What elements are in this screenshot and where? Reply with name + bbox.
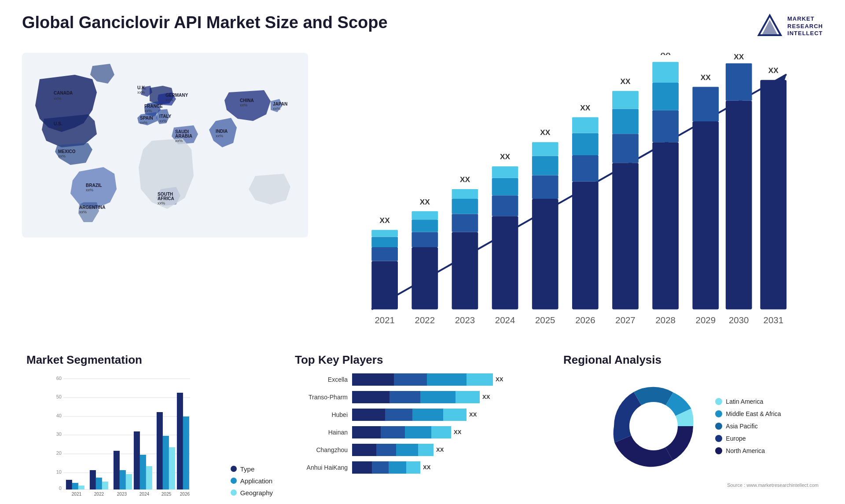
svg-rect-117 (102, 482, 108, 489)
player-row-changzhou: Changzhou XX (295, 444, 541, 456)
svg-text:2023: 2023 (117, 492, 127, 497)
svg-rect-58 (532, 199, 558, 309)
player-bars: Excella XX Transo-Pharm (295, 373, 541, 474)
regional-legend: Latin America Middle East & Africa Asia … (715, 398, 781, 454)
player-bar-hubei: XX (352, 409, 541, 421)
svg-rect-68 (612, 163, 639, 309)
players-section: Top Key Players Excella XX (290, 349, 546, 501)
svg-rect-46 (411, 211, 438, 219)
svg-text:U.K.: U.K. (137, 85, 146, 90)
svg-rect-125 (146, 466, 152, 489)
europe-label: Europe (726, 435, 746, 442)
svg-text:xx%: xx% (86, 188, 93, 192)
svg-rect-40 (371, 237, 398, 247)
donut-chart-svg (601, 373, 706, 479)
svg-text:2022: 2022 (415, 315, 435, 325)
svg-text:xx%: xx% (140, 121, 147, 125)
world-map-svg: CANADA xx% U.S. xx% MEXICO xx% BRAZIL xx… (22, 48, 308, 242)
svg-text:2025: 2025 (162, 492, 172, 497)
legend-europe: Europe (715, 435, 781, 442)
svg-text:INDIA: INDIA (216, 129, 228, 134)
svg-rect-71 (612, 91, 639, 109)
player-row-anhui: Anhui HaiKang XX (295, 461, 541, 474)
player-row-excella: Excella XX (295, 373, 541, 386)
geo-dot (231, 489, 237, 496)
app-label: Application (240, 477, 272, 485)
svg-text:2022: 2022 (94, 492, 104, 497)
player-bar-changzhou: XX (352, 444, 541, 456)
page-title: Global Ganciclovir API Market Size and S… (22, 13, 388, 32)
svg-rect-111 (66, 480, 72, 489)
svg-text:XX: XX (420, 197, 430, 206)
svg-rect-131 (177, 393, 183, 489)
svg-text:xx%: xx% (158, 201, 165, 205)
player-bar-anhui: XX (352, 461, 541, 474)
svg-text:XX: XX (540, 128, 551, 137)
svg-text:ARGENTINA: ARGENTINA (79, 205, 105, 210)
middle-east-dot (715, 410, 722, 417)
svg-rect-60 (532, 156, 558, 175)
north-america-label: North America (726, 447, 765, 454)
svg-rect-45 (411, 219, 438, 232)
svg-text:BRAZIL: BRAZIL (86, 183, 102, 188)
svg-text:JAPAN: JAPAN (273, 102, 287, 106)
svg-text:xx%: xx% (159, 119, 167, 123)
svg-rect-70 (612, 109, 639, 134)
svg-rect-75 (652, 83, 679, 110)
svg-rect-43 (411, 247, 438, 309)
svg-text:xx%: xx% (54, 96, 61, 101)
svg-rect-69 (612, 134, 639, 163)
player-row-hainan: Hainan XX (295, 426, 541, 438)
seg-chart-container: 60 50 40 30 20 10 0 (26, 373, 273, 497)
svg-text:xx%: xx% (79, 210, 87, 214)
player-bar-excella: XX (352, 373, 541, 386)
svg-text:CHINA: CHINA (240, 98, 254, 103)
svg-rect-113 (78, 486, 84, 489)
svg-text:ITALY: ITALY (159, 114, 172, 119)
svg-text:AFRICA: AFRICA (158, 196, 174, 201)
svg-rect-54 (492, 195, 518, 216)
regional-section: Regional Analysis (559, 349, 823, 501)
svg-text:GERMANY: GERMANY (165, 93, 188, 98)
svg-rect-59 (532, 175, 558, 199)
player-name-hubei: Hubei (295, 411, 348, 418)
svg-rect-55 (492, 178, 518, 195)
player-row-transopharm: Transo-Pharm XX (295, 391, 541, 403)
svg-rect-115 (90, 470, 96, 489)
svg-text:xx%: xx% (216, 134, 223, 138)
regional-title: Regional Analysis (563, 353, 819, 367)
svg-rect-120 (120, 470, 126, 489)
svg-text:SPAIN: SPAIN (140, 116, 153, 121)
player-name-hainan: Hainan (295, 429, 348, 436)
source-text: Source : www.marketresearchintellect.com (563, 482, 819, 488)
svg-text:FRANCE: FRANCE (144, 104, 163, 109)
svg-rect-127 (157, 412, 163, 489)
player-xx-hubei: XX (469, 411, 477, 418)
world-map-section: CANADA xx% U.S. xx% MEXICO xx% BRAZIL xx… (22, 48, 308, 242)
svg-text:xx%: xx% (58, 154, 66, 158)
svg-rect-124 (140, 455, 146, 489)
logo-area: MARKET RESEARCH INTELLECT (757, 13, 823, 40)
seg-chart-svg: 60 50 40 30 20 10 0 (26, 373, 222, 497)
svg-text:2024: 2024 (495, 315, 515, 325)
svg-rect-65 (572, 133, 599, 155)
svg-rect-41 (371, 230, 398, 237)
svg-rect-48 (452, 232, 478, 309)
svg-text:0: 0 (59, 486, 62, 491)
asia-pacific-dot (715, 423, 722, 430)
player-xx-excella: XX (496, 376, 503, 383)
svg-marker-1 (762, 20, 777, 34)
legend-geography: Geography (231, 489, 273, 497)
svg-text:xx%: xx% (144, 109, 152, 113)
svg-rect-84 (760, 80, 786, 310)
middle-east-label: Middle East & Africa (726, 410, 781, 417)
svg-rect-128 (163, 436, 169, 489)
svg-rect-50 (452, 199, 478, 214)
svg-text:30: 30 (56, 431, 62, 437)
svg-rect-76 (652, 62, 679, 83)
svg-text:2025: 2025 (535, 315, 555, 325)
svg-rect-74 (652, 110, 679, 142)
seg-legend: Type Application Geography (231, 457, 273, 497)
svg-text:XX: XX (620, 77, 631, 86)
svg-rect-53 (492, 216, 518, 309)
